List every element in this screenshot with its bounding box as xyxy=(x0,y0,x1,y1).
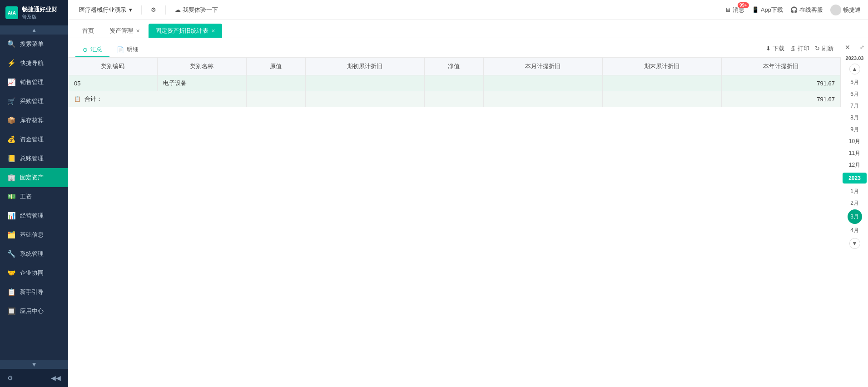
sidebar-item-label: 基础信息 xyxy=(20,231,44,239)
sub-tab-detail-label: 明细 xyxy=(127,45,139,54)
subtotal-annual-depr: 791.67 xyxy=(721,91,840,107)
settings-btn[interactable]: ⚙ xyxy=(147,5,160,15)
sidebar-item-basic[interactable]: 🗂️ 基础信息 xyxy=(0,225,68,244)
month-8[interactable]: 8月 xyxy=(843,112,867,123)
tab-home[interactable]: 首页 xyxy=(75,24,101,38)
sidebar-item-label: 采购管理 xyxy=(20,97,44,105)
sidebar-item-search[interactable]: 🔍 搜索菜单 xyxy=(0,35,68,54)
sidebar-item-fixedassets[interactable]: 🏢 固定资产 xyxy=(0,168,68,187)
table-row[interactable]: 05 电子设备 791.67 xyxy=(69,75,841,91)
messages-btn[interactable]: 🖥 消息 99+ xyxy=(725,6,744,14)
month-2[interactable]: 2月 xyxy=(843,198,867,208)
month-11[interactable]: 11月 xyxy=(843,148,867,159)
payroll-icon: 💵 xyxy=(7,193,15,201)
sidebar-item-label: 经营管理 xyxy=(20,212,44,220)
tab-assets-close[interactable]: ✕ xyxy=(136,28,140,34)
month-3-active[interactable]: 3月 xyxy=(848,209,862,224)
user-menu[interactable]: 畅捷通 xyxy=(830,5,861,15)
expand-icon[interactable]: ⤢ xyxy=(860,44,864,50)
tab-depreciation-close[interactable]: ✕ xyxy=(211,28,215,34)
sidebar-item-label: 系统管理 xyxy=(20,250,44,258)
fixedassets-icon: 🏢 xyxy=(7,174,15,182)
download-btn[interactable]: ⬇ 下载 xyxy=(766,45,784,53)
month-9[interactable]: 9月 xyxy=(843,124,867,135)
quicknav-icon: ⚡ xyxy=(7,59,15,67)
sidebar-item-payroll[interactable]: 💵 工资 xyxy=(0,187,68,206)
sidebar-scroll-down[interactable]: ▼ xyxy=(0,360,68,369)
subtotal-initial-accu-depr xyxy=(305,91,424,107)
message-badge: 99+ xyxy=(738,2,749,8)
month-1[interactable]: 1月 xyxy=(843,186,867,197)
sidebar-item-inventory[interactable]: 📦 库存核算 xyxy=(0,111,68,130)
sidebar-item-guide[interactable]: 📋 新手引导 xyxy=(0,283,68,302)
sub-tab-summary-label: 汇总 xyxy=(90,45,102,54)
subtotal-row: 📋 合计： 791.67 xyxy=(69,91,841,107)
sidebar-item-appcenter[interactable]: 🔲 应用中心 xyxy=(0,302,68,321)
sidebar-item-label: 快捷导航 xyxy=(20,59,44,67)
sidebar-item-cooperation[interactable]: 🤝 企业协同 xyxy=(0,263,68,283)
tab-assets[interactable]: 资产管理 ✕ xyxy=(103,24,147,38)
month-10[interactable]: 10月 xyxy=(843,136,867,147)
purchase-icon: 🛒 xyxy=(7,97,15,105)
sidebar-nav: 🔍 搜索菜单 ⚡ 快捷导航 📈 销售管理 🛒 采购管理 📦 库存核算 💰 资金管… xyxy=(0,35,68,360)
month-7[interactable]: 7月 xyxy=(843,100,867,111)
header-divider-2 xyxy=(165,5,166,15)
close-icon[interactable]: ✕ xyxy=(845,44,850,51)
print-btn[interactable]: 🖨 打印 xyxy=(790,45,809,53)
sidebar-item-label: 工资 xyxy=(20,193,32,201)
tab-assets-label: 资产管理 xyxy=(109,27,133,35)
sidebar-item-label: 总账管理 xyxy=(20,154,44,163)
month-12[interactable]: 12月 xyxy=(843,159,867,170)
inventory-icon: 📦 xyxy=(7,116,15,124)
scroll-up-btn[interactable]: ▲ xyxy=(849,64,860,74)
sub-tab-summary[interactable]: ⊙ 汇总 xyxy=(75,43,109,57)
collapse-sidebar-icon[interactable]: ◀◀ xyxy=(51,374,61,382)
appcenter-icon: 🔲 xyxy=(7,307,15,315)
cell-original-value xyxy=(246,75,305,91)
sidebar-item-system[interactable]: 🔧 系统管理 xyxy=(0,244,68,263)
sidebar-item-purchase[interactable]: 🛒 采购管理 xyxy=(0,92,68,111)
sub-tab-detail[interactable]: 📄 明细 xyxy=(109,43,146,57)
sidebar-item-finance[interactable]: 💰 资金管理 xyxy=(0,130,68,149)
sidebar-item-label: 新手引导 xyxy=(20,288,44,296)
col-category-code: 类别编码 xyxy=(69,58,158,75)
year-marker[interactable]: 2023 xyxy=(843,173,867,184)
download-icon: 📱 xyxy=(752,6,759,13)
tab-depreciation[interactable]: 固定资产折旧统计表 ✕ xyxy=(149,24,222,38)
month-5[interactable]: 5月 xyxy=(843,77,867,88)
cell-initial-accu-depr xyxy=(305,75,424,91)
sidebar-footer: ⚙ ◀◀ xyxy=(0,369,68,387)
detail-icon: 📄 xyxy=(117,46,124,53)
sidebar-item-ledger[interactable]: 📒 总账管理 xyxy=(0,149,68,168)
online-service-btn[interactable]: 🎧 在线客服 xyxy=(790,6,823,14)
sidebar-item-operations[interactable]: 📊 经营管理 xyxy=(0,206,68,225)
cell-category-name: 电子设备 xyxy=(157,75,246,91)
top-header: 医疗器械行业演示 ▾ ⚙ ☁ 我要体验一下 🖥 消息 99+ 📱 App下载 🎧 xyxy=(68,0,868,20)
avatar xyxy=(830,5,841,15)
company-selector[interactable]: 医疗器械行业演示 ▾ xyxy=(75,4,136,16)
print-icon: 🖨 xyxy=(790,45,796,52)
col-monthly-depr: 本月计提折旧 xyxy=(483,58,602,75)
refresh-icon: ↻ xyxy=(815,45,820,52)
settings-footer-icon[interactable]: ⚙ xyxy=(7,374,13,382)
month-4[interactable]: 4月 xyxy=(843,225,867,236)
col-net-value: 净值 xyxy=(424,58,483,75)
col-annual-depr: 本年计提折旧 xyxy=(721,58,840,75)
sidebar-scroll-up[interactable]: ▲ xyxy=(0,25,68,35)
sub-tab-actions: ⬇ 下载 🖨 打印 ↻ 刷新 xyxy=(766,45,833,55)
sidebar-title-wrap: 畅捷通好业财 普及版 xyxy=(22,5,57,20)
refresh-btn[interactable]: ↻ 刷新 xyxy=(815,45,833,53)
experience-btn[interactable]: ☁ 我要体验一下 xyxy=(171,4,222,16)
sidebar-item-label: 销售管理 xyxy=(20,78,44,86)
tab-bar: 首页 资产管理 ✕ 固定资产折旧统计表 ✕ xyxy=(68,20,868,38)
search-icon: 🔍 xyxy=(7,40,15,48)
month-6[interactable]: 6月 xyxy=(843,89,867,99)
subtotal-period-end-accu-depr xyxy=(602,91,721,107)
sales-icon: 📈 xyxy=(7,78,15,86)
cell-monthly-depr xyxy=(483,75,602,91)
sidebar-item-quicknav[interactable]: ⚡ 快捷导航 xyxy=(0,54,68,73)
scroll-down-btn[interactable]: ▼ xyxy=(849,238,860,249)
company-name: 医疗器械行业演示 xyxy=(79,6,126,14)
sidebar-item-sales[interactable]: 📈 销售管理 xyxy=(0,73,68,92)
app-download-btn[interactable]: 📱 App下载 xyxy=(752,6,783,14)
